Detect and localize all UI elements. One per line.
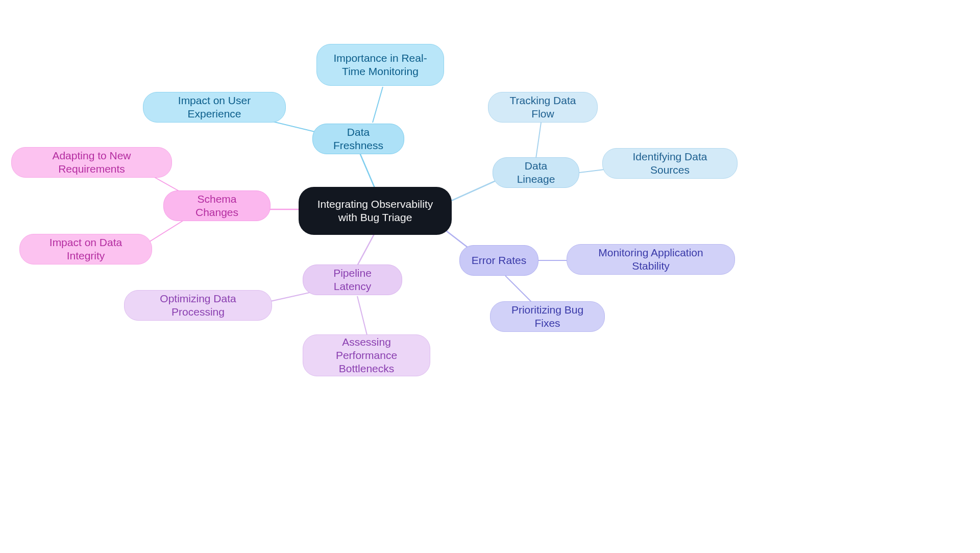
mindmap-canvas: Integrating Observability with Bug Triag… (0, 0, 980, 553)
edge-layer (0, 0, 980, 553)
leaf-impact-on-user-experience[interactable]: Impact on User Experience (143, 92, 286, 123)
branch-schema-changes[interactable]: Schema Changes (163, 190, 271, 221)
branch-error-rates[interactable]: Error Rates (459, 245, 538, 276)
leaf-label: Prioritizing Bug Fixes (502, 303, 593, 330)
leaf-prioritizing-bug-fixes[interactable]: Prioritizing Bug Fixes (490, 301, 605, 332)
branch-label: Error Rates (472, 254, 526, 267)
branch-data-freshness[interactable]: Data Freshness (312, 124, 404, 154)
leaf-label: Assessing Performance Bottlenecks (314, 335, 419, 376)
svg-line-7 (536, 123, 541, 158)
leaf-optimizing-data-processing[interactable]: Optimizing Data Processing (124, 290, 272, 321)
svg-line-6 (373, 87, 383, 123)
leaf-tracking-data-flow[interactable]: Tracking Data Flow (488, 92, 598, 123)
center-node[interactable]: Integrating Observability with Bug Triag… (299, 187, 452, 235)
leaf-identifying-data-sources[interactable]: Identifying Data Sources (602, 148, 738, 179)
leaf-label: Tracking Data Flow (500, 94, 586, 121)
svg-line-3 (357, 232, 375, 266)
leaf-impact-on-data-integrity[interactable]: Impact on Data Integrity (19, 234, 152, 265)
leaf-label: Identifying Data Sources (614, 150, 726, 177)
branch-label: Data Lineage (504, 159, 568, 186)
leaf-adapting-new-requirements[interactable]: Adapting to New Requirements (11, 147, 172, 178)
branch-pipeline-latency[interactable]: Pipeline Latency (303, 265, 402, 295)
leaf-label: Adapting to New Requirements (23, 149, 160, 176)
leaf-label: Importance in Real-Time Monitoring (328, 52, 432, 79)
branch-data-lineage[interactable]: Data Lineage (493, 157, 579, 188)
leaf-monitoring-application-stability[interactable]: Monitoring Application Stability (567, 244, 735, 275)
leaf-label: Impact on User Experience (155, 94, 274, 121)
svg-line-1 (449, 179, 500, 202)
leaf-label: Optimizing Data Processing (136, 292, 260, 319)
svg-line-0 (360, 153, 375, 189)
branch-label: Schema Changes (175, 193, 259, 220)
leaf-assessing-performance-bottlenecks[interactable]: Assessing Performance Bottlenecks (303, 334, 430, 376)
branch-label: Data Freshness (324, 126, 393, 153)
branch-label: Pipeline Latency (314, 267, 390, 294)
leaf-importance-real-time-monitoring[interactable]: Importance in Real-Time Monitoring (316, 44, 444, 86)
leaf-label: Monitoring Application Stability (578, 246, 723, 273)
center-label: Integrating Observability with Bug Triag… (310, 198, 440, 225)
leaf-label: Impact on Data Integrity (31, 236, 140, 263)
svg-line-11 (357, 296, 368, 337)
